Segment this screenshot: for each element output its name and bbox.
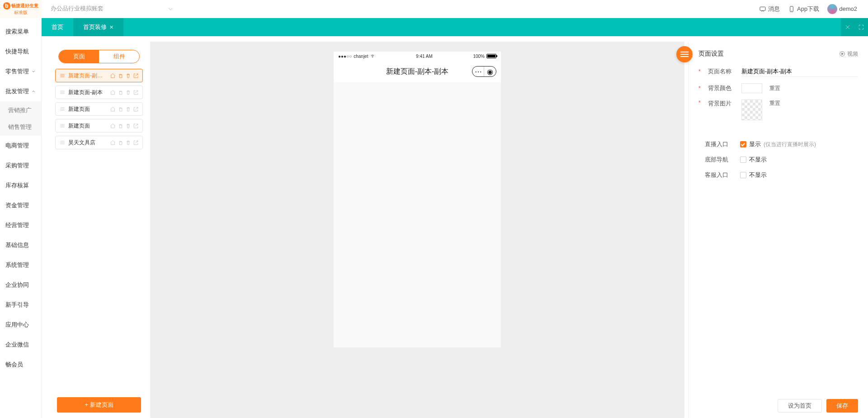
sidebar-item-label: 企业微信 [5, 341, 29, 349]
svg-rect-0 [760, 7, 765, 10]
messages-link[interactable]: 消息 [759, 5, 780, 13]
settings-title: 页面设置 [698, 50, 724, 58]
copy-icon[interactable] [118, 140, 123, 146]
drag-list-icon[interactable] [59, 89, 66, 95]
page-name-input[interactable] [741, 66, 858, 77]
video-link[interactable]: 视频 [839, 50, 858, 58]
page-item[interactable]: 新建页面-副本 [55, 86, 143, 99]
trash-icon[interactable] [125, 140, 131, 146]
service-entry-checkbox[interactable] [740, 172, 746, 178]
sidebar-item[interactable]: 畅会员 [0, 355, 41, 375]
brand-name: 畅捷通好生意 [11, 3, 38, 9]
home-icon[interactable] [110, 106, 116, 112]
sidebar-item[interactable]: 搜索菜单 [0, 22, 41, 42]
capsule-target-icon[interactable]: ◉ [484, 66, 496, 76]
trash-icon[interactable] [125, 73, 131, 79]
tab[interactable]: 首页 [42, 18, 73, 36]
page-item-name: 新建页面 [68, 122, 107, 130]
drag-list-icon[interactable] [59, 106, 66, 112]
sidebar-item[interactable]: 批发管理 [0, 81, 41, 101]
pages-panel: 页面 组件 新建页面-副本-...新建页面-副本新建页面新建页面昊天文具店 + … [47, 42, 150, 418]
sidebar-item[interactable]: 电商管理 [0, 136, 41, 156]
sidebar-item-label: 电商管理 [5, 142, 29, 150]
sidebar-item[interactable]: 应用中心 [0, 315, 41, 335]
home-icon[interactable] [110, 90, 116, 95]
home-icon[interactable] [110, 140, 116, 146]
required-star: * [698, 85, 701, 91]
sidebar-item[interactable]: 经营管理 [0, 215, 41, 235]
seg-component[interactable]: 组件 [99, 50, 139, 63]
trash-icon[interactable] [125, 90, 131, 95]
phone-time: 9:41 AM [416, 54, 433, 59]
menu-icon [680, 54, 689, 55]
bg-image-label: 背景图片 [708, 100, 734, 108]
sidebar-subitem[interactable]: 营销推广 [0, 101, 41, 119]
service-entry-text: 不显示 [749, 171, 767, 179]
tabs-fullscreen-button[interactable] [854, 18, 868, 36]
external-link-icon[interactable] [133, 73, 139, 79]
bottom-nav-text: 不显示 [749, 156, 767, 164]
copy-icon[interactable] [118, 73, 123, 79]
phone-status-bar: ●●●○○ chanjet 9:41 AM 100% [334, 52, 501, 61]
copy-icon[interactable] [118, 106, 123, 112]
drag-list-icon[interactable] [59, 139, 66, 146]
drag-list-icon[interactable] [59, 123, 66, 129]
bg-color-reset[interactable]: 重置 [769, 85, 780, 92]
new-page-button[interactable]: + 新建页面 [57, 397, 141, 413]
sidebar-item[interactable]: 快捷导航 [0, 42, 41, 62]
sidebar-item[interactable]: 采购管理 [0, 156, 41, 176]
save-button[interactable]: 保存 [826, 399, 858, 413]
page-item[interactable]: 新建页面 [55, 119, 143, 133]
tabs-close-button[interactable] [841, 18, 854, 36]
sidebar-subitem[interactable]: 销售管理 [0, 119, 41, 136]
bg-image-reset[interactable]: 重置 [769, 100, 780, 107]
sidebar-item[interactable]: 基础信息 [0, 235, 41, 255]
live-entry-checkbox[interactable] [740, 141, 746, 147]
page-item[interactable]: 新建页面-副本-... [55, 69, 143, 82]
page-item[interactable]: 昊天文具店 [55, 136, 143, 149]
bg-color-label: 背景颜色 [708, 84, 734, 92]
sidebar-item[interactable]: 新手引导 [0, 295, 41, 315]
chevron-up-icon [31, 89, 36, 94]
sidebar-item[interactable]: 企业微信 [0, 335, 41, 355]
store-selector[interactable]: 办公品行业模拟账套 [51, 5, 174, 13]
sidebar-item[interactable]: 零售管理 [0, 62, 41, 81]
close-icon[interactable]: ✕ [109, 24, 113, 30]
sidebar-item[interactable]: 库存核算 [0, 176, 41, 195]
phone-icon [788, 5, 795, 13]
miniprogram-capsule: ⋯ ◉ [472, 66, 496, 77]
seg-page[interactable]: 页面 [59, 50, 99, 63]
sidebar-item-label: 基础信息 [5, 241, 29, 249]
external-link-icon[interactable] [133, 90, 139, 95]
sidebar-item[interactable]: 系统管理 [0, 255, 41, 275]
page-item-actions [110, 73, 139, 79]
sidebar-item[interactable]: 资金管理 [0, 195, 41, 215]
set-home-button[interactable]: 设为首页 [778, 399, 822, 413]
bg-image-swatch[interactable] [741, 100, 762, 120]
messages-label: 消息 [768, 5, 780, 13]
external-link-icon[interactable] [133, 140, 139, 146]
trash-icon[interactable] [125, 106, 131, 112]
phone-battery-pct: 100% [473, 54, 485, 59]
external-link-icon[interactable] [133, 123, 139, 129]
copy-icon[interactable] [118, 123, 123, 129]
page-item[interactable]: 新建页面 [55, 102, 143, 116]
app-download-link[interactable]: App下载 [788, 5, 819, 13]
capsule-more-icon[interactable]: ⋯ [472, 66, 484, 76]
play-circle-icon [839, 51, 845, 57]
tab[interactable]: 首页装修✕ [73, 18, 123, 36]
bg-color-swatch[interactable] [741, 83, 762, 93]
row-bg-color: * 背景颜色 重置 [698, 83, 858, 93]
trash-icon[interactable] [125, 123, 131, 129]
copy-icon[interactable] [118, 90, 123, 95]
home-icon[interactable] [110, 123, 116, 129]
external-link-icon[interactable] [133, 106, 139, 112]
page-item-actions [110, 140, 139, 146]
bottom-nav-checkbox[interactable] [740, 157, 746, 163]
user-menu[interactable]: demo2 [827, 4, 857, 14]
drag-list-icon[interactable] [59, 72, 66, 79]
row-service-entry: 客服入口 不显示 [698, 171, 858, 179]
drawer-toggle-button[interactable] [676, 46, 693, 62]
sidebar-item[interactable]: 企业协同 [0, 275, 41, 295]
home-icon[interactable] [110, 73, 116, 79]
